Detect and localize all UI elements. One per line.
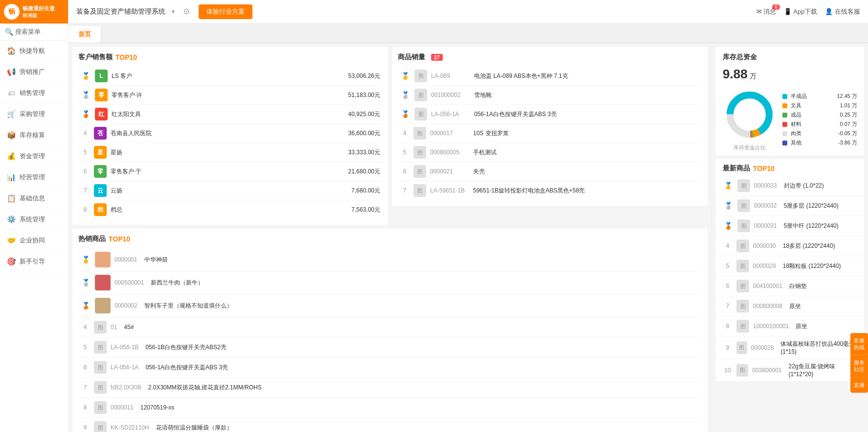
customer-name: LS 客户 <box>112 72 344 80</box>
new-product-item: 9 图 0000028 体城嘉枚味苏打饮品400毫升 (1*15) <box>716 336 864 359</box>
rank-medal: 🥉 <box>400 109 411 120</box>
product-name: 原坐 <box>789 302 801 311</box>
product-code: 003800001 <box>752 367 781 374</box>
trial-button[interactable]: 体验行业方案 <box>199 4 252 19</box>
sidebar-item-marketing[interactable]: 📢 营销推广 <box>0 62 68 83</box>
rank-num: 8 <box>80 404 90 411</box>
rank-medal: 🥇 <box>723 180 733 191</box>
sidebar-item-quick-nav[interactable]: 🏠 快捷导航 <box>0 41 68 62</box>
management-icon: 📊 <box>7 173 16 182</box>
hot-product-item: 9 图 KK-SD22110H 花语萌恒温分腿睡袋（厚款） <box>78 418 702 432</box>
product-thumb: 图 <box>414 108 427 120</box>
product-thumb: 图 <box>413 165 426 178</box>
rank-medal: 🥈 <box>80 90 91 100</box>
customer-amount: 21,680.00元 <box>348 168 380 176</box>
customer-list-item: 🥇 L LS 客户 53,006.26元 <box>78 67 382 86</box>
inventory-amount: 9.88 <box>723 67 748 82</box>
customer-list-item: 🥈 零 零售客户·许 51,183.00元 <box>78 86 382 105</box>
gear-icon[interactable]: ⚙ <box>183 7 190 16</box>
product-name: 花语萌恒温分腿睡袋（厚款） <box>156 424 232 432</box>
search-icon: 🔍 <box>5 28 13 36</box>
customer-name: 红太阳文具 <box>112 110 344 119</box>
sidebar-item-inventory[interactable]: 📦 库存核算 <box>0 125 68 146</box>
legend-item: 肉类 -0.05 万 <box>782 129 857 138</box>
online-service-button[interactable]: 👤 在线客服 <box>825 7 860 16</box>
sidebar-item-cooperation[interactable]: 🤝 企业协同 <box>0 230 68 251</box>
product-thumb: 图 <box>736 260 749 272</box>
chart-label: 库存资金占比 <box>723 144 777 151</box>
customer-amount: 36,600.00元 <box>348 129 380 138</box>
product-name: 12070519-xs <box>140 404 174 411</box>
product-thumb: 图 <box>736 280 749 292</box>
purchase-icon: 🛒 <box>7 110 16 119</box>
legend-dot <box>782 103 787 108</box>
rank-num: 7 <box>400 187 410 194</box>
legend-name: 其他 <box>791 139 801 146</box>
product-thumb: 图 <box>413 127 426 140</box>
hot-product-item: 🥇 0000001 中华神箭 <box>78 248 702 271</box>
sidebar-item-sales[interactable]: 🏷 销售管理 <box>0 83 68 104</box>
sidebar-item-basic-info[interactable]: 📋 基础信息 <box>0 188 68 209</box>
home-icon: 🏠 <box>7 47 16 55</box>
inventory-unit: 万 <box>750 72 756 81</box>
tab-home[interactable]: 首页 <box>69 26 101 43</box>
product-sales-item: 🥈 图 001000002 雪地靴 <box>398 86 702 105</box>
customer-amount: 7,680.00元 <box>351 187 380 195</box>
rank-num: 6 <box>400 168 410 175</box>
float-btn-live[interactable]: 直播 <box>850 378 868 393</box>
dropdown-arrow-icon[interactable]: ▼ <box>170 8 176 15</box>
product-name: 2.0X30MM双搓花轴,搓花直径2.1MM/ROHS <box>148 384 262 392</box>
sidebar-item-finance[interactable]: 💰 资金管理 <box>0 146 68 167</box>
legend-value: 1.01 万 <box>840 102 857 109</box>
customer-list-item: 8 档 档总 7,563.00元 <box>78 200 382 219</box>
product-name: 智利车子里（规格不知道填什么） <box>144 302 232 310</box>
sidebar-item-management[interactable]: 📊 经营管理 <box>0 167 68 188</box>
float-btn-community[interactable]: 服务社区 <box>850 355 868 378</box>
donut-chart-svg <box>723 88 777 142</box>
rank-num: 4 <box>80 130 90 137</box>
customer-avatar: 零 <box>95 89 108 101</box>
rank-num: 4 <box>80 324 90 331</box>
sidebar-search[interactable]: 🔍 搜索菜单 <box>0 24 68 41</box>
product-sale-name: 10S 变扭罗浆 <box>473 129 700 138</box>
sidebar-item-system[interactable]: ⚙️ 系统管理 <box>0 209 68 230</box>
product-sales-badge: 27 <box>431 54 443 61</box>
sidebar-item-guide[interactable]: 🎯 新手引导 <box>0 251 68 272</box>
rank-medal: 🥇 <box>400 71 411 81</box>
rank-num: 5 <box>80 149 90 156</box>
customer-amount: 51,183.00元 <box>348 91 380 99</box>
service-icon: 👤 <box>825 8 833 15</box>
float-btn-hotline[interactable]: 客服热线 <box>850 333 868 356</box>
message-icon: ✉ <box>756 8 762 15</box>
rank-num: 7 <box>723 303 732 310</box>
product-sale-name: 电池盖 LA-089 ABS本色+黑种 7.1克 <box>474 72 700 80</box>
product-code: 000800005 <box>430 149 469 156</box>
main-area: 装备及固定资产辅助管理系统 ▼ ⚙ 体验行业方案 ✉ 消息 6 📱 App下载 … <box>69 0 868 432</box>
new-products-card: 最新商品 TOP10 🥇 图 0000033 封边带 (1.0*22) 🥈 图 … <box>716 159 864 381</box>
product-name: 体城嘉枚味苏打饮品400毫升 (1*15) <box>780 340 857 355</box>
message-button[interactable]: ✉ 消息 6 <box>756 7 777 16</box>
sidebar-item-purchase[interactable]: 🛒 采购管理 <box>0 104 68 125</box>
app-download-button[interactable]: 📱 App下载 <box>784 7 817 16</box>
product-sales-title: 商品销量 27 <box>398 53 702 62</box>
product-sales-top10-card: 商品销量 27 🥇 图 LA-089 电池盖 LA-089 ABS本色+黑种 7… <box>392 47 708 225</box>
product-code: LA-056-1B <box>111 344 138 351</box>
hot-product-item: 4 图 01 45# <box>78 317 702 337</box>
content-main: 客户销售额 TOP10 🥇 L LS 客户 53,006.26元 🥈 零 零售客… <box>69 43 711 432</box>
rank-num: 5 <box>400 149 410 156</box>
customer-avatar: 零 <box>94 165 107 178</box>
inventory-legend: 半成品 12.45 万 文具 1.01 万 成品 0.25 万 材料 0.07 … <box>782 92 857 147</box>
product-thumb: 图 <box>736 364 748 377</box>
rank-num: 9 <box>723 344 732 351</box>
product-code: 0000002 <box>114 302 137 309</box>
rank-num: 8 <box>80 206 90 213</box>
customer-list-item: 7 云 云扬 7,680.00元 <box>78 181 382 200</box>
product-thumb: 图 <box>736 240 749 252</box>
product-thumb: 图 <box>737 199 750 212</box>
customer-amount: 7,563.00元 <box>351 206 380 214</box>
product-sale-name: 59651-1B旋转投影灯电池盒ABS黑色+58壳 <box>473 187 700 195</box>
product-image <box>95 298 111 313</box>
product-code: 0000031 <box>754 222 777 229</box>
rank-num: 7 <box>80 187 90 194</box>
hot-products-list: 🥇 0000001 中华神箭 🥈 000500001 新西兰牛肉（新牛） 🥉 0… <box>78 248 702 432</box>
